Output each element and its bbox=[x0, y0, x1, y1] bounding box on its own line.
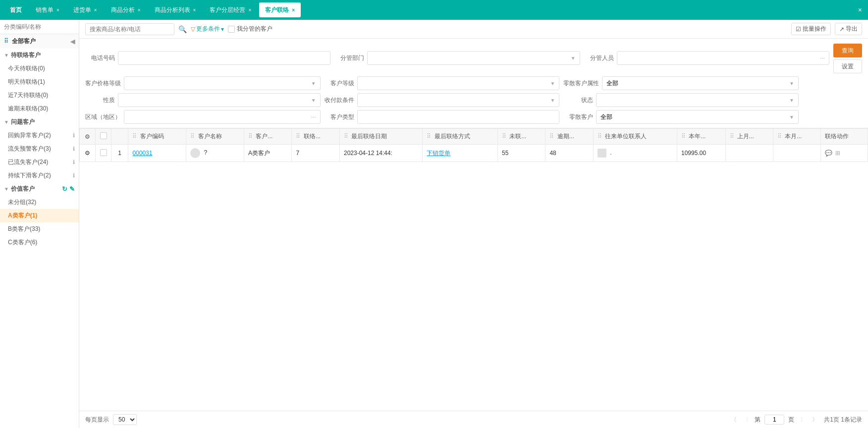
phone-input[interactable] bbox=[118, 51, 330, 65]
filter-price-level: 客户价格等级 ▼ bbox=[85, 76, 321, 90]
row-check[interactable] bbox=[96, 145, 111, 162]
nav-tab-purchase[interactable]: 进货单 × bbox=[67, 2, 103, 17]
customer-level-input[interactable]: ▼ bbox=[357, 76, 560, 90]
contact-method-link[interactable]: 下销货单 bbox=[427, 150, 450, 157]
sidebar-item-c-class[interactable]: C类客户(6) bbox=[0, 236, 79, 249]
my-customer-checkbox[interactable] bbox=[228, 26, 235, 33]
sidebar-item-declining[interactable]: 持续下滑客户(2) ℹ bbox=[0, 169, 79, 182]
info-icon-2[interactable]: ℹ bbox=[73, 159, 75, 165]
dept-input[interactable]: ▼ bbox=[367, 51, 580, 65]
nav-tab-customer-contact[interactable]: 客户联络 × bbox=[259, 2, 301, 17]
dept-dropdown-icon: ▼ bbox=[571, 55, 576, 61]
col-contact-count[interactable]: ⠿ 联络... bbox=[292, 129, 339, 145]
col-uncontacted[interactable]: ⠿ 未联... bbox=[497, 129, 545, 145]
close-icon-purchase[interactable]: × bbox=[94, 7, 97, 13]
page-number-input[interactable] bbox=[764, 415, 784, 425]
nav-tab-analysis[interactable]: 商品分析 × bbox=[105, 2, 147, 17]
close-icon-customer-segment[interactable]: × bbox=[248, 7, 251, 13]
problem-customer-group[interactable]: ▼ 问题客户 bbox=[0, 115, 79, 129]
first-page-btn[interactable]: 《 bbox=[729, 415, 739, 425]
sidebar-item-tomorrow[interactable]: 明天待联络(1) bbox=[0, 75, 79, 89]
unit-contact-icon bbox=[597, 149, 606, 158]
row-gear[interactable]: ⚙ bbox=[80, 145, 96, 162]
sidebar-item-today-label: 今天待联络(0) bbox=[8, 64, 45, 73]
col-last-contact-method[interactable]: ⠿ 最后联络方式 bbox=[423, 129, 498, 145]
retail-attr-input[interactable]: 全部 ▼ bbox=[602, 76, 799, 90]
col-check[interactable] bbox=[96, 129, 111, 145]
refresh-icon[interactable]: ↻ bbox=[62, 185, 67, 193]
last-page-btn[interactable]: 》 bbox=[810, 415, 820, 425]
advanced-filter: 电话号码 分管部门 ▼ 分管人员 ··· bbox=[79, 39, 868, 128]
sidebar-item-b-class[interactable]: B类客户(33) bbox=[0, 222, 79, 236]
select-all-checkbox[interactable] bbox=[100, 132, 107, 139]
close-icon-analysis[interactable]: × bbox=[138, 7, 141, 13]
close-icon-sales[interactable]: × bbox=[56, 7, 59, 13]
close-icon-customer-contact[interactable]: × bbox=[292, 7, 295, 13]
col-last-contact-date[interactable]: ⠿ 最后联络日期 bbox=[339, 129, 422, 145]
sidebar-item-overdue[interactable]: 逾期未联络(30) bbox=[0, 102, 79, 115]
sidebar-item-today[interactable]: 今天待联络(0) bbox=[0, 62, 79, 75]
info-icon-1[interactable]: ℹ bbox=[73, 146, 75, 152]
prev-page-btn[interactable]: 〈 bbox=[741, 415, 751, 425]
info-icon-0[interactable]: ℹ bbox=[73, 132, 75, 139]
nav-tab-customer-segment[interactable]: 客户分层经营 × bbox=[204, 2, 257, 17]
nav-tab-sales[interactable]: 销售单 × bbox=[30, 2, 65, 17]
col-unit-contact[interactable]: ⠿ 往来单位联系人 bbox=[593, 129, 677, 145]
page-size-select[interactable]: 50 bbox=[113, 414, 137, 425]
sidebar-item-ungrouped[interactable]: 未分组(32) bbox=[0, 196, 79, 209]
region-input[interactable]: ··· bbox=[124, 110, 321, 124]
table-footer: 每页显示 50 《 〈 第 页 〉 》 共1页 1条记录 bbox=[79, 411, 868, 428]
export-button[interactable]: ↗ 导出 bbox=[835, 23, 862, 35]
sort-icon-type: ⠿ bbox=[248, 133, 253, 140]
value-customer-group[interactable]: ▼ 价值客户 ↻ ✎ bbox=[0, 182, 79, 196]
col-overdue[interactable]: ⠿ 逾期... bbox=[545, 129, 593, 145]
col-code[interactable]: ⠿ 客户编码 bbox=[128, 129, 186, 145]
sidebar-item-week[interactable]: 近7天待联络(0) bbox=[0, 89, 79, 102]
pending-contact-group[interactable]: ▼ 待联络客户 bbox=[0, 49, 79, 62]
global-close-button[interactable]: × bbox=[858, 6, 862, 14]
sidebar-collapse-icon[interactable]: ◀ bbox=[70, 38, 75, 45]
col-gear[interactable]: ⚙ bbox=[80, 129, 96, 145]
close-icon-analysis-list[interactable]: × bbox=[193, 7, 196, 13]
more-filter-button[interactable]: ▽ 更多条件 ▾ bbox=[191, 25, 224, 33]
status-dropdown-icon: ▼ bbox=[789, 98, 794, 103]
edit-icon[interactable]: ✎ bbox=[69, 185, 75, 193]
col-overdue-label: 逾期... bbox=[557, 133, 574, 140]
customer-code-link[interactable]: 000031 bbox=[132, 150, 152, 157]
sidebar-search-input[interactable] bbox=[4, 23, 78, 30]
row-checkbox[interactable] bbox=[100, 149, 107, 156]
col-year-amount[interactable]: ⠿ 本年... bbox=[677, 129, 725, 145]
sort-icon-last-month: ⠿ bbox=[730, 133, 734, 140]
batch-op-button[interactable]: ☑ 批量操作 bbox=[791, 23, 831, 35]
setting-button[interactable]: 设置 bbox=[833, 59, 862, 73]
sidebar-item-repurchase-abnormal[interactable]: 回购异常客户(2) ℹ bbox=[0, 129, 79, 142]
manager-input[interactable]: ··· bbox=[617, 51, 829, 65]
filter-customer-type: 客户类型 bbox=[325, 110, 560, 124]
my-customer-checkbox-label[interactable]: 我分管的客户 bbox=[228, 25, 272, 33]
price-level-input[interactable]: ▼ bbox=[124, 76, 321, 90]
next-page-btn[interactable]: 〉 bbox=[798, 415, 808, 425]
col-this-month[interactable]: ⠿ 本月... bbox=[773, 129, 820, 145]
sidebar-item-churned[interactable]: 已流失客户(24) ℹ bbox=[0, 156, 79, 169]
search-input[interactable] bbox=[85, 23, 174, 35]
col-name[interactable]: ⠿ 客户名称 bbox=[186, 129, 244, 145]
row-code[interactable]: 000031 bbox=[128, 145, 186, 162]
status-input[interactable]: ▼ bbox=[596, 93, 799, 107]
customer-type-input[interactable] bbox=[357, 110, 560, 124]
filter-search-icon[interactable]: 🔍 bbox=[178, 25, 187, 33]
qr-icon[interactable]: ⊞ bbox=[835, 150, 840, 157]
col-last-month[interactable]: ⠿ 上月... bbox=[725, 129, 773, 145]
nav-tab-analysis-list[interactable]: 商品分析列表 × bbox=[149, 2, 202, 17]
info-icon-3[interactable]: ℹ bbox=[73, 172, 75, 179]
sidebar-item-overdue-label: 逾期未联络(30) bbox=[8, 105, 48, 113]
nav-home[interactable]: 首页 bbox=[4, 2, 28, 17]
nature-input[interactable]: ▼ bbox=[118, 93, 321, 107]
col-customer-type[interactable]: ⠿ 客户... bbox=[244, 129, 292, 145]
payment-input[interactable]: ▼ bbox=[357, 93, 560, 107]
all-customers-header[interactable]: ⠿ 全部客户 ◀ bbox=[0, 34, 79, 49]
query-button[interactable]: 查询 bbox=[833, 44, 862, 57]
sidebar-item-churn-warning[interactable]: 流失预警客户(3) ℹ bbox=[0, 142, 79, 156]
chat-icon[interactable]: 💬 bbox=[825, 150, 832, 157]
retail-customer-input[interactable]: 全部 ▼ bbox=[596, 110, 799, 124]
sidebar-item-a-class[interactable]: A类客户(1) bbox=[0, 209, 79, 222]
